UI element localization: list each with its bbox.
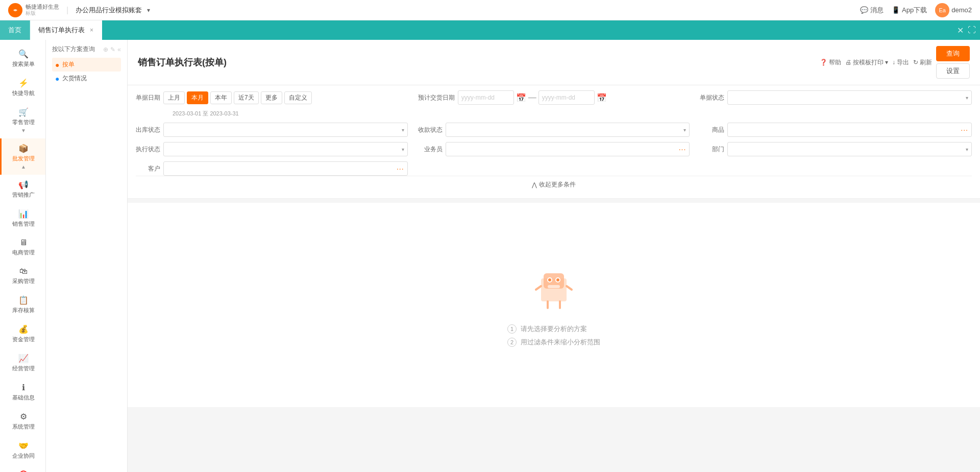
sidebar-item-enterprise[interactable]: 🤝 企业协同 bbox=[0, 436, 45, 465]
message-btn[interactable]: 💬 消息 bbox=[860, 6, 884, 15]
tabbar-actions: ✕ ⛶ bbox=[957, 20, 980, 40]
salesperson-more-btn[interactable]: ··· bbox=[679, 145, 687, 153]
cal-to-icon[interactable]: 📅 bbox=[597, 93, 607, 103]
purchase-icon: 🛍 bbox=[19, 267, 28, 276]
scheme-collapse-btn[interactable]: « bbox=[117, 46, 121, 53]
filter-row-2: 出库状态 ▾ 收款状态 ▾ bbox=[136, 123, 972, 137]
user-area[interactable]: Ea demo2 bbox=[935, 3, 972, 17]
scheme-sidebar: 按以下方案查询 ⊕ ✎ « ● 按单 ● 欠货情况 bbox=[46, 40, 128, 472]
topbar-left: 畅捷通好生意 标版 | 办公用品行业模拟账套 ▾ bbox=[8, 3, 150, 17]
retail-icon: 🛒 bbox=[18, 107, 29, 117]
sales-icon: 📊 bbox=[18, 209, 29, 219]
sidebar-item-quick-nav[interactable]: ⚡ 快捷导航 bbox=[0, 73, 45, 102]
sidebar-item-search[interactable]: 🔍 搜索菜单 bbox=[0, 44, 45, 73]
expected-date-from[interactable] bbox=[458, 90, 514, 105]
date-range-display: 2023-03-01 至 2023-03-31 bbox=[173, 110, 972, 117]
customer-more-btn[interactable]: ··· bbox=[397, 164, 404, 173]
print-icon: 🖨 bbox=[845, 59, 851, 66]
sidebar-item-wholesale[interactable]: 📦 批发管理 ▲ bbox=[0, 138, 45, 175]
tab-sales-order[interactable]: 销售订单执行表 × bbox=[30, 20, 102, 40]
scheme-by-order-icon: ● bbox=[55, 61, 59, 69]
scheme-item-arrears[interactable]: ● 欠货情况 bbox=[52, 72, 121, 85]
sidebar-item-marketing[interactable]: 📢 营销推广 bbox=[0, 175, 45, 204]
download-icon: 📱 bbox=[892, 6, 900, 14]
enterprise-icon: 🤝 bbox=[18, 441, 29, 451]
avatar: Ea bbox=[935, 3, 949, 17]
scheme-title: 按以下方案查询 bbox=[52, 45, 95, 54]
last-7-days-btn[interactable]: 近7天 bbox=[234, 91, 259, 104]
collapse-btn[interactable]: ⋀ 收起更多条件 bbox=[136, 176, 972, 193]
export-btn[interactable]: ↓ 导出 bbox=[892, 58, 909, 67]
dept-row: 部门 ▾ bbox=[700, 142, 972, 156]
doc-status-arrow: ▾ bbox=[966, 95, 968, 101]
salesperson-row: 业务员 ··· bbox=[418, 142, 690, 156]
refresh-btn[interactable]: ↻ 刷新 bbox=[913, 58, 932, 67]
logo-area[interactable]: 畅捷通好生意 标版 bbox=[8, 3, 59, 17]
scheme-header: 按以下方案查询 ⊕ ✎ « bbox=[52, 45, 121, 54]
expected-date-label: 预计交货日期 bbox=[418, 93, 455, 102]
marketing-icon: 📢 bbox=[18, 180, 29, 190]
out-status-select[interactable]: ▾ bbox=[163, 123, 408, 137]
page-title: 销售订单执行表(按单) bbox=[138, 56, 227, 68]
help-btn[interactable]: ❓ 帮助 bbox=[820, 58, 841, 67]
finance-icon: 💰 bbox=[18, 324, 29, 334]
system-icon: ⚙ bbox=[20, 412, 27, 421]
main-layout: 🔍 搜索菜单 ⚡ 快捷导航 🛒 零售管理 ▼ 📦 批发管理 ▲ 📢 营销推广 📊… bbox=[0, 40, 980, 472]
scheme-edit-btn[interactable]: ✎ bbox=[110, 46, 115, 53]
app-logo bbox=[8, 3, 22, 17]
scheme-add-btn[interactable]: ⊕ bbox=[103, 46, 108, 53]
salesperson-label: 业务员 bbox=[418, 145, 443, 154]
tab-close-window-btn[interactable]: ✕ bbox=[957, 26, 964, 35]
dept-select[interactable]: ▾ bbox=[727, 142, 972, 156]
exec-status-arrow: ▾ bbox=[402, 147, 404, 152]
expected-date-to[interactable] bbox=[538, 90, 595, 105]
tab-home[interactable]: 首页 bbox=[0, 20, 30, 40]
empty-tip-1: 1 请先选择要分析的方案 bbox=[507, 324, 600, 334]
collection-status-row: 收款状态 ▾ bbox=[418, 123, 690, 137]
sidebar-item-basic-info[interactable]: ℹ 基础信息 bbox=[0, 377, 45, 407]
operation-icon: 📈 bbox=[18, 353, 29, 363]
custom-btn[interactable]: 自定义 bbox=[284, 91, 312, 104]
sidebar-item-newbie[interactable]: 🎯 新手引导 bbox=[0, 465, 45, 472]
app-download-btn[interactable]: 📱 App下载 bbox=[892, 6, 927, 15]
scheme-item-by-order[interactable]: ● 按单 bbox=[52, 58, 121, 72]
doc-status-select[interactable]: ▾ bbox=[727, 90, 972, 105]
collection-status-select[interactable]: ▾ bbox=[446, 123, 690, 137]
refresh-icon: ↻ bbox=[913, 59, 918, 66]
wholesale-icon: 📦 bbox=[18, 144, 29, 153]
ecommerce-icon: 🖥 bbox=[19, 238, 28, 247]
main-panel: 按以下方案查询 ⊕ ✎ « ● 按单 ● 欠货情况 bbox=[46, 40, 980, 472]
setting-btn[interactable]: 设置 bbox=[936, 63, 970, 79]
search-icon: 🔍 bbox=[18, 49, 29, 59]
this-year-btn[interactable]: 本年 bbox=[210, 91, 232, 104]
cal-from-icon[interactable]: 📅 bbox=[516, 93, 526, 103]
sidebar-item-system[interactable]: ⚙ 系统管理 bbox=[0, 407, 45, 436]
svg-line-8 bbox=[536, 286, 541, 290]
query-btn[interactable]: 查询 bbox=[936, 46, 970, 61]
customer-row: 客户 ··· bbox=[136, 161, 408, 176]
svg-point-6 bbox=[556, 278, 559, 281]
goods-more-btn[interactable]: ··· bbox=[961, 126, 968, 134]
tab-home-label: 首页 bbox=[8, 26, 21, 35]
this-month-btn[interactable]: 本月 bbox=[187, 91, 208, 104]
more-btn[interactable]: 更多 bbox=[261, 91, 282, 104]
expected-date-row: 预计交货日期 📅 — 📅 bbox=[418, 90, 690, 105]
out-status-label: 出库状态 bbox=[136, 126, 160, 134]
tab-close-icon[interactable]: × bbox=[90, 27, 93, 34]
sidebar-item-purchase[interactable]: 🛍 采购管理 bbox=[0, 262, 45, 290]
sidebar-item-operation[interactable]: 📈 经营管理 bbox=[0, 348, 45, 377]
sidebar-item-finance[interactable]: 💰 资金管理 bbox=[0, 319, 45, 348]
template-print-btn[interactable]: 🖨 按模板打印 ▾ bbox=[845, 58, 888, 67]
empty-tip-2: 2 用过滤条件来缩小分析范围 bbox=[507, 338, 600, 347]
exec-status-select[interactable]: ▾ bbox=[163, 142, 408, 156]
last-month-btn[interactable]: 上月 bbox=[163, 91, 185, 104]
title-dropdown[interactable]: ▾ bbox=[147, 7, 150, 14]
sidebar-item-inventory[interactable]: 📋 库存核算 bbox=[0, 290, 45, 319]
sidebar-item-sales[interactable]: 📊 销售管理 bbox=[0, 204, 45, 233]
out-status-row: 出库状态 ▾ bbox=[136, 123, 408, 137]
sidebar-item-ecommerce[interactable]: 🖥 电商管理 bbox=[0, 233, 45, 262]
doc-status-label: 单据状态 bbox=[700, 93, 724, 102]
sidebar-item-retail[interactable]: 🛒 零售管理 ▼ bbox=[0, 102, 45, 138]
tab-expand-btn[interactable]: ⛶ bbox=[968, 26, 976, 35]
tabbar: 首页 销售订单执行表 × ✕ ⛶ bbox=[0, 20, 980, 40]
